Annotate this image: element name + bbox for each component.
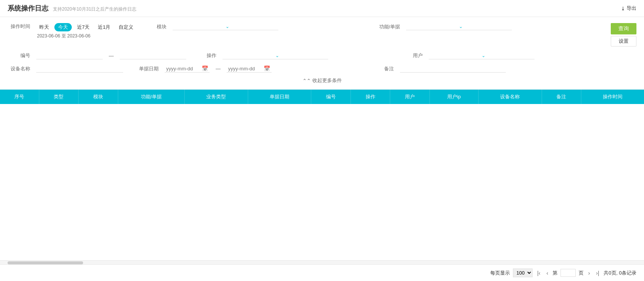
number-label: 编号 [8,52,30,59]
page-unit: 页 [579,270,584,276]
date-end-wrapper: 📅 [227,65,272,73]
collapse-label: 收起更多条件 [312,77,342,84]
function-label: 功能/单据 [377,23,400,30]
module-select[interactable]: ⌄ [173,23,278,30]
remark-input[interactable] [400,65,506,73]
page-number-input[interactable]: 1 [561,269,576,277]
scrollbar-thumb[interactable] [8,261,83,264]
time-btn-today[interactable]: 今天 [54,23,72,31]
voucher-date-label: 单据日期 [136,65,159,72]
table-header-row: 序号 类型 模块 功能/单据 业务类型 单据日期 编号 操作 用户 用户ip 设… [0,90,644,104]
device-label: 设备名称 [8,65,30,72]
number-start-input[interactable] [36,52,103,59]
time-filter-content: 昨天 今天 近7天 近1月 自定义 2023-06-06 至 2023-06-0… [36,23,136,39]
per-page-label: 每页显示 [490,270,510,276]
data-table: 序号 类型 模块 功能/单据 业务类型 单据日期 编号 操作 用户 用户ip 设… [0,90,644,104]
first-page-button[interactable]: |‹ [536,269,542,277]
main-content: 序号 类型 模块 功能/单据 业务类型 单据日期 编号 操作 用户 用户ip 设… [0,90,644,260]
operation-select[interactable]: ⌄ [222,52,328,59]
col-device: 设备名称 [478,90,542,104]
time-btn-yesterday[interactable]: 昨天 [36,23,52,31]
last-page-button[interactable]: ›| [595,269,601,277]
module-chevron-icon: ⌄ [225,24,277,29]
col-function: 功能/单据 [118,90,184,104]
col-type: 类型 [39,90,78,104]
pagination-bar: 每页显示 100 50 200 |‹ ‹ 第 1 页 › ›| 共0页, 0条记… [0,265,644,281]
col-optime: 操作时间 [581,90,644,104]
time-label: 操作时间 [8,23,30,30]
calendar-start-icon[interactable]: 📅 [202,65,208,71]
empty-area [0,104,644,236]
user-select[interactable]: ⌄ [429,52,534,59]
number-end-input[interactable] [120,52,186,59]
date-start-wrapper: 📅 [165,65,210,73]
col-userip: 用户ip [429,90,478,104]
date-start-input[interactable] [166,66,200,71]
col-index: 序号 [0,90,39,104]
time-btn-7days[interactable]: 近7天 [74,23,93,31]
filter-area: 操作时间 昨天 今天 近7天 近1月 自定义 2023-06-06 至 2023… [0,17,644,90]
function-select[interactable]: ⌄ [406,23,512,30]
page-label: 第 [553,270,558,276]
collapse-up-icon: ⌃⌃ [303,78,311,84]
remark-label: 备注 [371,65,394,72]
collapse-button[interactable]: ⌃⌃ 收起更多条件 [303,77,342,84]
col-biztype: 业务类型 [185,90,248,104]
export-button[interactable]: ⤓ 导出 [621,5,636,12]
settings-button[interactable]: 设置 [611,36,636,47]
user-chevron-icon: ⌄ [482,53,533,58]
col-remark: 备注 [542,90,581,104]
time-btn-1month[interactable]: 近1月 [95,23,113,31]
collapse-bar: ⌃⌃ 收起更多条件 [8,75,636,85]
function-chevron-icon: ⌄ [459,24,510,29]
page-title: 系统操作日志 [8,4,48,13]
time-range-display: 2023-06-06 至 2023-06-06 [36,33,136,39]
col-number: 编号 [311,90,351,104]
operation-label: 操作 [194,52,216,59]
total-text: 共0页, 0条记录 [604,270,636,276]
number-dash: — [109,53,114,59]
calendar-end-icon[interactable]: 📅 [264,65,270,71]
col-user: 用户 [390,90,429,104]
col-operation: 操作 [351,90,390,104]
operation-chevron-icon: ⌄ [275,53,327,58]
export-label: 导出 [627,5,636,12]
col-module: 模块 [79,90,118,104]
col-voucherdate: 单据日期 [248,90,311,104]
time-btn-custom[interactable]: 自定义 [116,23,136,31]
query-button[interactable]: 查询 [611,23,636,34]
next-page-button[interactable]: › [587,269,591,277]
horizontal-scrollbar[interactable] [0,260,644,265]
page-subtitle: 支持2020年10月31日之后产生的操作日志 [53,6,136,12]
date-dash: — [216,66,221,71]
action-buttons: 查询 设置 [611,23,636,47]
header-left: 系统操作日志 支持2020年10月31日之后产生的操作日志 [8,4,136,13]
user-label: 用户 [400,52,423,59]
date-end-input[interactable] [228,66,262,71]
prev-page-button[interactable]: ‹ [545,269,550,277]
device-input[interactable] [36,65,123,73]
export-icon: ⤓ [621,6,625,11]
page-header: 系统操作日志 支持2020年10月31日之后产生的操作日志 ⤓ 导出 [0,0,644,17]
table-header: 序号 类型 模块 功能/单据 业务类型 单据日期 编号 操作 用户 用户ip 设… [0,90,644,104]
module-label: 模块 [144,23,167,30]
time-buttons: 昨天 今天 近7天 近1月 自定义 [36,23,136,31]
per-page-select[interactable]: 100 50 200 [513,269,533,277]
